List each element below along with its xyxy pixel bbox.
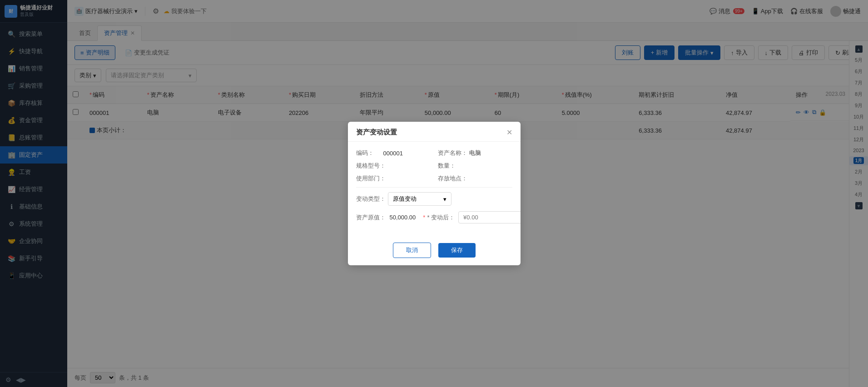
code-value: 000001 <box>383 150 403 157</box>
after-change-label: * 变动后： <box>427 213 455 222</box>
modal-value-row: 资产原值： 50,000.00 * * 变动后： <box>356 211 512 223</box>
original-value-label: 资产原值： <box>356 213 388 222</box>
save-label: 保存 <box>451 247 463 253</box>
change-type-value: 原值变动 <box>393 195 417 203</box>
asset-name-label: 资产名称： <box>438 149 467 157</box>
cancel-button[interactable]: 取消 <box>393 243 431 258</box>
modal-row-1: 编码： 000001 资产名称： 电脑 <box>356 149 512 157</box>
modal-field-code: 编码： 000001 <box>356 149 431 157</box>
save-button[interactable]: 保存 <box>438 243 476 258</box>
change-type-dropdown-icon: ▾ <box>443 196 446 203</box>
modal-field-asset-name: 资产名称： 电脑 <box>438 149 512 157</box>
original-value-value: 50,000.00 <box>390 214 416 221</box>
modal-close-button[interactable]: ✕ <box>506 128 512 137</box>
modal-field-location: 存放地点： <box>438 174 512 183</box>
modal-overlay: 资产变动设置 ✕ 编码： 000001 资产名称： 电脑 规格型号： <box>0 0 868 387</box>
required-star: * <box>423 214 425 221</box>
change-type-select[interactable]: 原值变动 ▾ <box>388 192 451 206</box>
modal-divider <box>356 187 512 188</box>
dept-label: 使用部门： <box>356 174 386 183</box>
modal-row-3: 使用部门： 存放地点： <box>356 174 512 183</box>
modal-field-dept: 使用部门： <box>356 174 431 183</box>
quantity-label: 数量： <box>438 162 463 170</box>
modal-field-quantity: 数量： <box>438 162 512 170</box>
modal-change-type-row: 变动类型： 原值变动 ▾ <box>356 192 512 206</box>
location-label: 存放地点： <box>438 174 467 183</box>
modal-body: 编码： 000001 资产名称： 电脑 规格型号： 数量： <box>348 142 521 238</box>
change-type-label: 变动类型： <box>356 195 388 203</box>
modal-footer: 取消 保存 <box>348 238 521 265</box>
modal-header: 资产变动设置 ✕ <box>348 122 521 142</box>
modal-row-2: 规格型号： 数量： <box>356 162 512 170</box>
cancel-label: 取消 <box>406 247 418 253</box>
code-label: 编码： <box>356 149 382 157</box>
modal-title: 资产变动设置 <box>356 128 397 137</box>
asset-change-modal: 资产变动设置 ✕ 编码： 000001 资产名称： 电脑 规格型号： <box>348 122 521 265</box>
asset-name-value: 电脑 <box>469 149 481 157</box>
modal-field-spec: 规格型号： <box>356 162 431 170</box>
after-change-input[interactable] <box>458 211 520 223</box>
spec-label: 规格型号： <box>356 162 386 170</box>
